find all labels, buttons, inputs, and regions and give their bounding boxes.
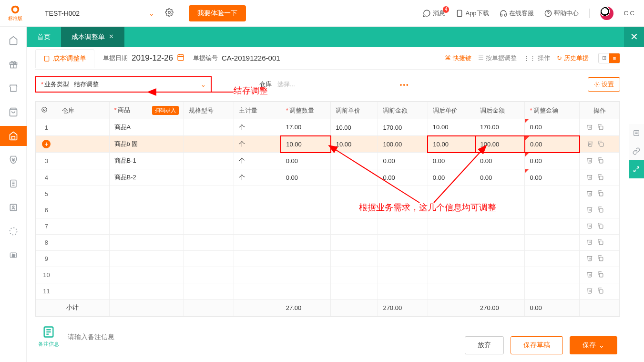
cell-unit[interactable]	[234, 235, 281, 251]
cell-pre-amount[interactable]: 170.00	[378, 119, 428, 136]
cell-adj-amount[interactable]	[525, 218, 580, 235]
cell-product[interactable]	[109, 186, 184, 202]
cell-spec[interactable]	[184, 136, 234, 153]
by-doc-adjust-button[interactable]: ☰按单据调整	[478, 54, 517, 62]
cell-unit[interactable]	[234, 267, 281, 283]
float-expand-icon[interactable]	[629, 160, 644, 178]
table-row[interactable]: 6	[36, 202, 620, 218]
cell-adj-amount[interactable]	[525, 186, 580, 202]
cell-post-amount[interactable]	[475, 218, 525, 235]
cell-spec[interactable]	[184, 283, 234, 300]
cell-pre-amount[interactable]	[378, 235, 428, 251]
cell-post-amount[interactable]: 100.00	[475, 136, 525, 153]
copy-icon[interactable]	[597, 157, 603, 165]
cell-adj-amount[interactable]: 0.00	[525, 169, 580, 186]
table-row[interactable]: 3商品B-1个0.000.000.000.000.00	[36, 153, 620, 169]
cell-pre-amount[interactable]	[378, 218, 428, 235]
cell-pre-amount[interactable]: 0.00	[378, 153, 428, 169]
cell-spec[interactable]	[184, 251, 234, 267]
cell-post-price[interactable]: 0.00	[428, 169, 475, 186]
cell-unit[interactable]: 个	[234, 119, 281, 136]
cell-post-price[interactable]	[428, 283, 475, 300]
cell-pre-price[interactable]: 10.00	[331, 119, 378, 136]
cell-adj-amount[interactable]	[525, 267, 580, 283]
table-row[interactable]: 7	[36, 218, 620, 235]
shortcut-button[interactable]: ⌘快捷键	[445, 54, 471, 62]
cell-warehouse[interactable]	[57, 186, 109, 202]
copy-icon[interactable]	[597, 255, 603, 263]
help-center-button[interactable]: 帮助中心	[544, 9, 579, 18]
nav-item-bag[interactable]	[0, 102, 27, 122]
copy-icon[interactable]	[597, 287, 603, 295]
delete-icon[interactable]	[586, 206, 593, 214]
cell-post-amount[interactable]	[475, 267, 525, 283]
cell-adj-amount[interactable]	[525, 202, 580, 218]
cell-spec[interactable]	[184, 202, 234, 218]
cell-product[interactable]: 商品B-2	[109, 169, 184, 186]
cell-unit[interactable]	[234, 218, 281, 235]
tab-home[interactable]: 首页	[27, 27, 61, 47]
cell-post-price[interactable]	[428, 186, 475, 202]
table-row[interactable]: 4商品B-2个0.000.000.000.000.00	[36, 169, 620, 186]
more-dots-icon[interactable]: •••	[400, 81, 409, 88]
cell-unit[interactable]	[234, 202, 281, 218]
view-toggle[interactable]: ⊞ ≡	[598, 53, 620, 63]
cell-unit[interactable]	[234, 186, 281, 202]
col-unit[interactable]: 主计量	[234, 102, 281, 119]
cell-post-amount[interactable]	[475, 283, 525, 300]
delete-icon[interactable]	[586, 271, 593, 279]
cell-spec[interactable]	[184, 235, 234, 251]
cell-adj-amount[interactable]	[525, 251, 580, 267]
cell-qty[interactable]: 0.00	[281, 153, 330, 169]
cell-warehouse[interactable]	[57, 218, 109, 235]
cell-post-price[interactable]: 10.00	[428, 136, 475, 153]
cell-adj-amount[interactable]	[525, 283, 580, 300]
cell-post-amount[interactable]	[475, 202, 525, 218]
nav-item-money[interactable]: ¥	[0, 150, 27, 170]
cell-warehouse[interactable]	[57, 136, 109, 153]
cell-qty[interactable]: 17.00	[281, 119, 330, 136]
cell-product[interactable]	[109, 202, 184, 218]
cell-product[interactable]	[109, 283, 184, 300]
calendar-icon[interactable]	[177, 53, 184, 62]
history-button[interactable]: ↻历史单据	[557, 54, 589, 62]
avatar[interactable]	[600, 7, 613, 20]
save-draft-button[interactable]: 保存草稿	[511, 336, 563, 354]
nav-item-shop[interactable]	[0, 78, 27, 98]
cell-qty[interactable]	[281, 202, 330, 218]
cell-pre-price[interactable]	[331, 169, 378, 186]
nav-item-home[interactable]	[0, 31, 27, 51]
close-icon[interactable]: ✕	[109, 27, 114, 47]
cell-warehouse[interactable]	[57, 267, 109, 283]
view-list-icon[interactable]: ≡	[609, 53, 620, 63]
cell-warehouse[interactable]	[57, 235, 109, 251]
float-note-icon[interactable]	[629, 124, 644, 142]
cell-post-price[interactable]	[428, 267, 475, 283]
cell-pre-amount[interactable]: 100.00	[378, 136, 428, 153]
cell-adj-amount[interactable]: 0.00	[525, 136, 580, 153]
warehouse-select[interactable]: 仓库 选择...	[259, 80, 295, 89]
cell-unit[interactable]	[234, 283, 281, 300]
col-pre-price[interactable]: 调前单价	[331, 102, 378, 119]
cell-qty[interactable]: 10.00	[281, 136, 330, 153]
table-row[interactable]: 10	[36, 267, 620, 283]
biz-type-select[interactable]: *业务类型结存调整 ⌄	[35, 76, 212, 93]
cell-post-price[interactable]	[428, 251, 475, 267]
col-post-amount[interactable]: 调后金额	[475, 102, 525, 119]
cell-product[interactable]	[109, 267, 184, 283]
cell-spec[interactable]	[184, 186, 234, 202]
add-row-icon[interactable]: +	[42, 140, 51, 148]
copy-icon[interactable]	[597, 238, 603, 247]
operate-button[interactable]: ⋮⋮操作	[523, 54, 550, 62]
cell-warehouse[interactable]	[57, 202, 109, 218]
cell-pre-price[interactable]	[331, 153, 378, 169]
tab-current[interactable]: 成本调整单 ✕	[61, 27, 124, 47]
cell-warehouse[interactable]	[57, 169, 109, 186]
cell-qty[interactable]	[281, 235, 330, 251]
delete-icon[interactable]	[587, 140, 593, 148]
cell-warehouse[interactable]	[57, 119, 109, 136]
table-row[interactable]: 8	[36, 235, 620, 251]
col-gear[interactable]	[36, 102, 57, 119]
col-product[interactable]: *商品扫码录入	[109, 102, 184, 119]
col-op[interactable]: 操作	[580, 102, 620, 119]
